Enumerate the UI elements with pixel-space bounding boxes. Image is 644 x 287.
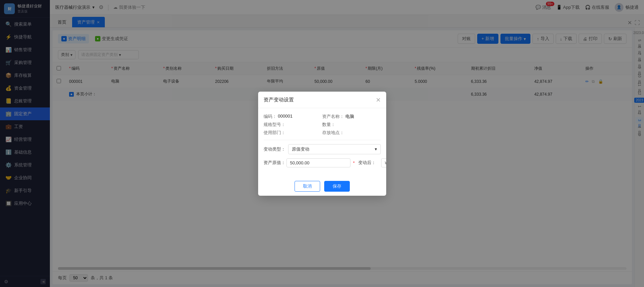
dialog-info-grid: 编码： 000001 资产名称： 电脑 规格型号： 数量： 使用部门： [264,114,381,136]
asset-name-value: 电脑 [345,114,354,120]
info-quantity: 数量： [322,122,381,128]
save-label: 保存 [333,184,341,189]
change-type-label: 变动类型： [264,146,285,152]
cancel-btn[interactable]: 取消 [295,181,320,192]
change-type-row: 变动类型： 原值变动 ▾ [264,144,381,154]
dialog-divider [264,140,381,140]
after-change-input[interactable] [381,158,386,167]
quantity-label: 数量： [322,122,335,128]
asset-name-label: 资产名称： [322,114,344,120]
info-name: 资产名称： 电脑 [322,114,381,120]
original-value-label: 资产原值： [264,160,284,166]
chevron-down-icon: ▾ [375,147,377,152]
dialog-close-btn[interactable]: ✕ [376,96,381,104]
dialog-header: 资产变动设置 ✕ [258,92,386,108]
info-location: 存放地点： [322,130,381,136]
info-dept: 使用部门： [264,130,322,136]
change-type-select[interactable]: 原值变动 ▾ [288,144,381,154]
original-value-row: 资产原值： * 变动后： [264,158,381,167]
code-value: 000001 [278,114,293,120]
dialog-footer: 取消 保存 [258,177,386,196]
code-label: 编码： [264,114,277,120]
asset-change-dialog: 资产变动设置 ✕ 编码： 000001 资产名称： 电脑 规格型号： 数量： [258,92,386,196]
after-change-label: 变动后： [358,160,378,166]
save-btn[interactable]: 保存 [324,181,350,192]
change-type-value: 原值变动 [292,146,309,152]
info-code: 编码： 000001 [264,114,322,120]
dept-label: 使用部门： [264,130,285,136]
dialog-overlay[interactable]: 资产变动设置 ✕ 编码： 000001 资产名称： 电脑 规格型号： 数量： [0,0,644,287]
spec-label: 规格型号： [264,122,285,128]
location-label: 存放地点： [322,130,344,136]
required-star: * [353,160,355,165]
cancel-label: 取消 [303,184,312,189]
dialog-body: 编码： 000001 资产名称： 电脑 规格型号： 数量： 使用部门： [258,108,386,177]
info-spec: 规格型号： [264,122,322,128]
dialog-title: 资产变动设置 [264,97,294,103]
original-value-input[interactable] [286,158,350,167]
